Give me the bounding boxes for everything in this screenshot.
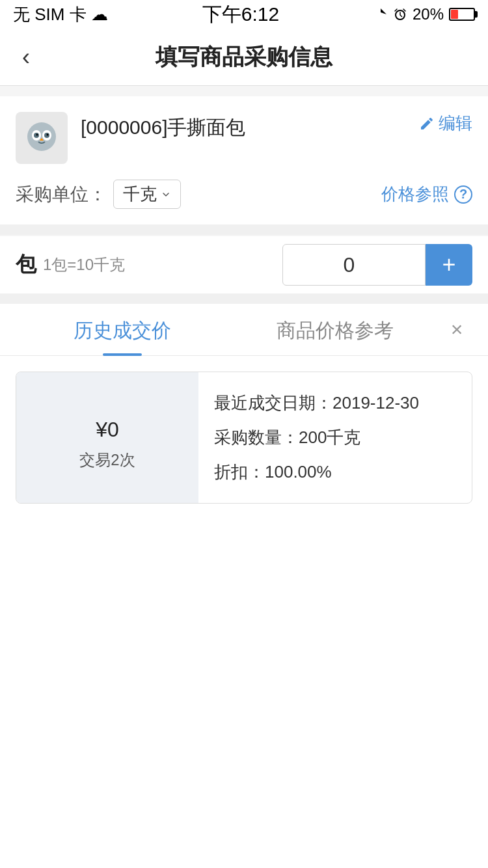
card-quantity-row: 采购数量：200千克: [214, 425, 456, 450]
price-number: 0: [107, 418, 119, 441]
card-price-value: ¥0: [96, 405, 119, 444]
history-card: ¥0 交易2次 最近成交日期：2019-12-30 采购数量：200千克 折扣：…: [16, 372, 472, 504]
card-price-summary: ¥0 交易2次: [16, 372, 198, 503]
alarm-icon: [393, 7, 407, 21]
page-footer: [0, 519, 488, 868]
unit-value: 千克: [123, 183, 157, 206]
unit-label: 采购单位：: [16, 182, 107, 207]
product-name: [0000006]手撕面包: [81, 115, 245, 141]
back-button[interactable]: ‹: [16, 37, 36, 77]
edit-label: 编辑: [439, 112, 472, 135]
tab-history-price[interactable]: 历史成交价: [16, 303, 228, 356]
product-unit-row: 采购单位： 千克 价格参照 ?: [16, 180, 472, 224]
card-date-row: 最近成交日期：2019-12-30: [214, 390, 456, 416]
price-ref-label: 价格参照: [381, 183, 449, 206]
quantity-detail-label: 采购数量：: [214, 427, 299, 447]
tab-product-price-ref-label: 商品价格参考: [277, 319, 394, 341]
tabs-panel: 历史成交价 商品价格参考 × ¥0 交易2次 最近成交日期：2019-12-30…: [0, 304, 488, 519]
chevron-down-icon: [161, 189, 171, 200]
quantity-unit: 包: [16, 251, 36, 279]
help-circle-icon: ?: [454, 185, 472, 204]
card-discount-row: 折扣：100.00%: [214, 459, 456, 485]
product-left: [0000006]手撕面包: [16, 112, 245, 164]
svg-point-6: [36, 134, 38, 136]
discount-value: 100.00%: [265, 462, 332, 481]
status-time: 下午6:12: [202, 1, 279, 28]
svg-point-1: [27, 122, 56, 151]
quantity-input[interactable]: [282, 244, 426, 286]
quantity-convert: 1包=10千克: [43, 254, 125, 275]
quantity-plus-button[interactable]: +: [426, 244, 472, 286]
sim-signal-text: 无 SIM 卡 ☁: [13, 3, 108, 26]
quantity-input-wrap: +: [282, 244, 472, 286]
edit-button[interactable]: 编辑: [419, 112, 472, 135]
status-left: 无 SIM 卡 ☁: [13, 3, 108, 26]
tab-product-price-ref[interactable]: 商品价格参考: [228, 303, 441, 356]
product-logo: [16, 112, 68, 164]
location-icon: [373, 7, 388, 21]
unit-row-left: 采购单位： 千克: [16, 180, 181, 209]
discount-label: 折扣：: [214, 462, 265, 481]
quantity-section: 包 1包=10千克 +: [0, 236, 488, 293]
product-logo-image: [22, 118, 61, 157]
battery-icon: [449, 8, 475, 21]
divider-quantity: [0, 293, 488, 304]
page-title: 填写商品采购信息: [156, 42, 332, 72]
status-bar: 无 SIM 卡 ☁ 下午6:12 20%: [0, 0, 488, 29]
tab-content-history: ¥0 交易2次 最近成交日期：2019-12-30 采购数量：200千克 折扣：…: [0, 356, 488, 519]
currency-symbol: ¥: [96, 418, 107, 441]
edit-icon: [419, 116, 435, 131]
card-trades-count: 交易2次: [79, 450, 135, 470]
svg-point-7: [47, 134, 49, 136]
price-ref-button[interactable]: 价格参照 ?: [381, 183, 472, 206]
quantity-label: 包 1包=10千克: [16, 251, 125, 279]
status-right: 20%: [373, 5, 475, 23]
unit-select[interactable]: 千克: [113, 180, 181, 209]
battery-percent: 20%: [413, 5, 444, 23]
tab-close-button[interactable]: ×: [441, 314, 472, 346]
date-value: 2019-12-30: [332, 393, 419, 413]
nav-bar: ‹ 填写商品采购信息: [0, 29, 488, 86]
card-detail: 最近成交日期：2019-12-30 采购数量：200千克 折扣：100.00%: [198, 372, 472, 503]
tab-history-price-label: 历史成交价: [74, 319, 171, 341]
tabs-header: 历史成交价 商品价格参考 ×: [0, 304, 488, 356]
divider-product: [0, 224, 488, 235]
date-label: 最近成交日期：: [214, 393, 332, 413]
quantity-detail-value: 200千克: [299, 427, 360, 447]
product-section: [0000006]手撕面包 编辑 采购单位： 千克 价格参照 ?: [0, 96, 488, 224]
